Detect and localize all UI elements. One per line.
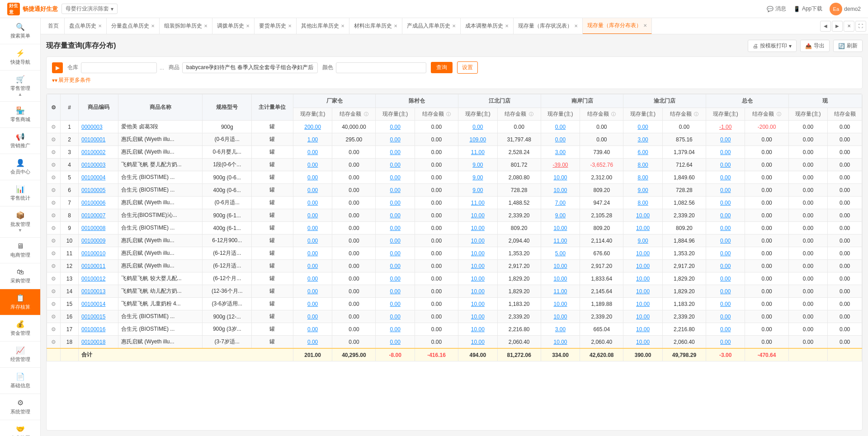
row-code[interactable]: 00100008 [79,222,118,234]
row-gear-icon[interactable]: ⚙ [47,146,61,159]
row-nanyan-stock[interactable]: 10.00 [541,298,580,310]
row-total-stock[interactable]: 0.00 [706,209,745,222]
row-gear-icon[interactable]: ⚙ [47,310,61,323]
row-chen-stock[interactable]: 0.00 [376,260,415,272]
settings-btn[interactable]: 设置 [457,61,478,74]
row-nanyan-stock[interactable]: 0.00 [541,133,580,146]
row-gear-icon[interactable]: ⚙ [47,336,61,349]
tab-stock-status[interactable]: 现存量（库存状况表） ✕ [514,18,583,34]
row-nanyan-stock[interactable]: 10.00 [541,184,580,197]
row-jiangbei-stock[interactable]: 10.00 [458,234,497,247]
row-factory-stock[interactable]: 0.00 [293,234,332,247]
row-code[interactable]: 00100011 [79,260,118,272]
row-yubei-stock[interactable]: 10.00 [623,247,662,260]
row-nanyan-stock[interactable]: 11.00 [541,285,580,298]
row-code[interactable]: 00100012 [79,272,118,285]
row-code[interactable]: 00100013 [79,285,118,298]
tab-close-transfer[interactable]: ✕ [246,23,250,28]
tab-close-all-btn[interactable]: ✕ [844,21,854,32]
row-gear-icon[interactable]: ⚙ [47,272,61,285]
tab-assemble[interactable]: 组装拆卸单历史 ✕ [160,18,212,34]
row-gear-icon[interactable]: ⚙ [47,121,61,133]
export-btn[interactable]: 📤 导出 [800,40,830,52]
row-chen-stock[interactable]: 0.00 [376,298,415,310]
row-yubei-stock[interactable]: 8.00 [623,197,662,209]
sidebar-item-retail[interactable]: 🛒 零售管理 ▲ [0,70,40,102]
row-chen-stock[interactable]: 0.00 [376,247,415,260]
sidebar-item-search[interactable]: 🔍 搜索英单 [0,18,40,44]
row-factory-stock[interactable]: 0.00 [293,159,332,171]
row-total-stock[interactable]: 0.00 [706,222,745,234]
row-yubei-stock[interactable]: 0.00 [623,121,662,133]
row-nanyan-stock[interactable]: 5.00 [541,247,580,260]
app-download-btn[interactable]: 📱 App下载 [793,5,822,13]
tab-close-inventory-count[interactable]: ✕ [98,23,102,28]
sidebar-item-ecommerce[interactable]: 🖥 电商管理 [0,238,40,263]
sidebar-item-marketing[interactable]: 📢 营销推广 [0,128,40,154]
tab-material-out[interactable]: 材料出库单历史 ✕ [349,18,402,34]
row-total-stock[interactable]: 0.00 [706,272,745,285]
row-jiangbei-stock[interactable]: 10.00 [458,310,497,323]
row-total-stock[interactable]: 0.00 [706,260,745,272]
tab-prev-btn[interactable]: ◀ [820,21,831,32]
row-nanyan-stock[interactable]: 7.00 [541,197,580,209]
row-factory-stock[interactable]: 0.00 [293,209,332,222]
row-yubei-stock[interactable]: 10.00 [623,285,662,298]
row-total-stock[interactable]: 0.00 [706,310,745,323]
row-nanyan-stock[interactable]: 10.00 [541,171,580,184]
row-factory-stock[interactable]: 0.00 [293,171,332,184]
row-gear-icon[interactable]: ⚙ [47,171,61,184]
row-chen-stock[interactable]: 0.00 [376,121,415,133]
row-factory-stock[interactable]: 200.00 [293,121,332,133]
row-code[interactable]: 00100014 [79,298,118,310]
row-yubei-stock[interactable]: 10.00 [623,310,662,323]
tab-inventory-count[interactable]: 盘点单历史 ✕ [65,18,107,34]
row-nanyan-stock[interactable]: -39.00 [541,159,580,171]
tab-cost-adjust[interactable]: 成本调整单历史 ✕ [461,18,514,34]
row-nanyan-stock[interactable]: 10.00 [541,222,580,234]
row-jiangbei-stock[interactable]: 10.00 [458,209,497,222]
row-total-stock[interactable]: 0.00 [706,159,745,171]
row-jiangbei-stock[interactable]: 11.00 [458,197,497,209]
row-code[interactable]: 00100009 [79,234,118,247]
row-yubei-stock[interactable]: 10.00 [623,222,662,234]
row-yubei-stock[interactable]: 10.00 [623,323,662,336]
sidebar-item-ops[interactable]: 📈 经营管理 [0,342,40,368]
tab-home[interactable]: 首页 [42,18,65,34]
row-jiangbei-stock[interactable]: 10.00 [458,323,497,336]
row-jiangbei-stock[interactable]: 10.00 [458,222,497,234]
tab-close-cost-adjust[interactable]: ✕ [505,23,509,28]
tab-order[interactable]: 要货单历史 ✕ [255,18,297,34]
tab-close-product-in[interactable]: ✕ [452,23,456,28]
row-gear-icon[interactable]: ⚙ [47,197,61,209]
tab-close-other-out[interactable]: ✕ [341,23,344,28]
row-gear-icon[interactable]: ⚙ [47,209,61,222]
row-total-stock[interactable]: 0.00 [706,184,745,197]
row-nanyan-stock[interactable]: 3.00 [541,146,580,159]
row-chen-stock[interactable]: 0.00 [376,336,415,349]
row-gear-icon[interactable]: ⚙ [47,222,61,234]
row-factory-stock[interactable]: 0.00 [293,184,332,197]
row-chen-stock[interactable]: 0.00 [376,323,415,336]
sidebar-item-finance[interactable]: 💰 资金管理 [0,315,40,342]
tab-split-count[interactable]: 分量盘点单历史 ✕ [107,18,160,34]
store-selector[interactable]: 母婴行业演示陈套 ▾ [61,4,118,14]
row-gear-icon[interactable]: ⚙ [47,298,61,310]
row-jiangbei-stock[interactable]: 10.00 [458,272,497,285]
row-nanyan-stock[interactable]: 10.00 [541,260,580,272]
row-chen-stock[interactable]: 0.00 [376,159,415,171]
row-factory-stock[interactable]: 0.00 [293,247,332,260]
row-yubei-stock[interactable]: 10.00 [623,298,662,310]
refresh-btn[interactable]: 🔄 刷新 [833,40,863,52]
row-chen-stock[interactable]: 0.00 [376,197,415,209]
tab-close-assemble[interactable]: ✕ [204,23,208,28]
sidebar-item-inventory[interactable]: 📋 库存核算 [0,289,40,315]
row-factory-stock[interactable]: 0.00 [293,298,332,310]
row-total-stock[interactable]: 0.00 [706,171,745,184]
row-gear-icon[interactable]: ⚙ [47,323,61,336]
row-nanyan-stock[interactable]: 9.00 [541,209,580,222]
print-btn[interactable]: 🖨 按模板打印 ▾ [748,40,797,52]
row-gear-icon[interactable]: ⚙ [47,234,61,247]
row-code[interactable]: 00100001 [79,133,118,146]
row-code[interactable]: 00100018 [79,336,118,349]
